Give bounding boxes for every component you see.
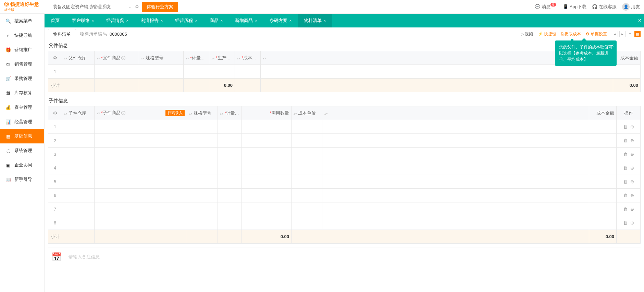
cell-product[interactable]: [95, 202, 187, 216]
cell-warehouse[interactable]: [62, 134, 95, 148]
sidebar-item-2[interactable]: 🎁营销推广: [0, 43, 44, 57]
child-col-needqty[interactable]: *需用数量: [242, 106, 292, 120]
video-button[interactable]: ▷视频: [521, 31, 533, 37]
cell-product[interactable]: [95, 216, 187, 230]
cell-spec[interactable]: [187, 216, 218, 230]
tab-3[interactable]: 利润报告×: [135, 14, 169, 27]
cell-costunit[interactable]: [292, 189, 322, 202]
cell-unit[interactable]: [218, 120, 242, 134]
cell-warehouse[interactable]: [62, 189, 95, 202]
cell-product[interactable]: [95, 65, 139, 79]
tab-8[interactable]: 物料清单×: [298, 14, 332, 27]
tab-close-icon[interactable]: ×: [289, 19, 292, 23]
tab-1[interactable]: 客户联络×: [66, 14, 100, 27]
cell-costunit[interactable]: [292, 202, 322, 216]
scan-input-button[interactable]: 扫码录入: [165, 110, 185, 116]
trial-button[interactable]: 体验行业方案: [142, 2, 178, 12]
cell-costunit[interactable]: [292, 120, 322, 134]
child-col-spec[interactable]: ▴▾规格型号: [187, 106, 218, 120]
tab-close-icon[interactable]: ×: [195, 19, 197, 23]
sidebar-item-0[interactable]: 🔍搜索菜单: [0, 14, 44, 28]
cell-costunit[interactable]: [292, 175, 322, 189]
cell-costunit[interactable]: [292, 216, 322, 230]
cell-unit[interactable]: [218, 202, 242, 216]
child-col-costunit[interactable]: ▴▾成本单价: [292, 106, 322, 120]
sidebar-item-4[interactable]: 🛒采购管理: [0, 71, 44, 86]
delete-icon[interactable]: 🗑: [623, 193, 628, 198]
parent-col-unit[interactable]: ▴▾*计量...: [184, 51, 209, 65]
cell-spec[interactable]: [187, 134, 218, 148]
cell-unit[interactable]: [218, 175, 242, 189]
delete-icon[interactable]: 🗑: [623, 165, 628, 171]
cell-warehouse[interactable]: [62, 148, 95, 161]
tab-close-icon[interactable]: ×: [255, 19, 257, 23]
tab-close-icon[interactable]: ×: [161, 19, 163, 23]
support-button[interactable]: 🎧 在线客服: [592, 4, 617, 10]
cell-costunit[interactable]: [292, 134, 322, 148]
cell-unit[interactable]: [218, 134, 242, 148]
add-icon[interactable]: ⊕: [630, 138, 634, 143]
prev-button[interactable]: ◂: [612, 31, 618, 37]
info-icon[interactable]: ?: [121, 111, 125, 115]
cell-needqty[interactable]: [242, 161, 292, 175]
cell-product[interactable]: [95, 161, 187, 175]
cell-prodqty[interactable]: [209, 65, 235, 79]
close-all-tabs-icon[interactable]: ×: [638, 17, 641, 24]
cell-costamt[interactable]: [589, 120, 617, 134]
tab-2[interactable]: 经营情况×: [100, 14, 134, 27]
add-icon[interactable]: ⊕: [630, 207, 634, 212]
parent-col-settings[interactable]: ⚙: [48, 51, 62, 65]
cell-warehouse[interactable]: [62, 161, 95, 175]
parent-col-spec[interactable]: ▴▾规格型号: [139, 51, 184, 65]
user-menu[interactable]: 👤 用友: [622, 3, 640, 11]
info-icon[interactable]: ?: [121, 56, 125, 60]
cell-costamt[interactable]: [589, 161, 617, 175]
cell-costunit[interactable]: [292, 148, 322, 161]
cell-costamt[interactable]: [589, 175, 617, 189]
child-col-unit[interactable]: ▴▾*计量...: [218, 106, 242, 120]
add-icon[interactable]: ⊕: [630, 165, 634, 171]
cell-needqty[interactable]: [242, 202, 292, 216]
remark-input[interactable]: 请输入备注信息: [69, 254, 100, 260]
child-row[interactable]: 3 🗑⊕: [48, 148, 641, 161]
child-col-costamt[interactable]: 成本金额: [589, 106, 617, 120]
cell-costunit[interactable]: [292, 161, 322, 175]
add-icon[interactable]: ⊕: [630, 179, 634, 184]
sidebar-item-5[interactable]: 🏛库存核算: [0, 86, 44, 100]
cell-spec[interactable]: [187, 161, 218, 175]
sidebar-item-9[interactable]: ◌系统管理: [0, 143, 44, 158]
delete-icon[interactable]: 🗑: [623, 207, 628, 212]
sidebar-item-10[interactable]: ▣企业协同: [0, 158, 44, 172]
cell-costunit[interactable]: [235, 65, 261, 79]
child-row[interactable]: 8 🗑⊕: [48, 216, 641, 230]
cell-costamt[interactable]: [613, 65, 641, 79]
cell-spec[interactable]: [187, 189, 218, 202]
extract-cost-button[interactable]: ⎘提取成本: [561, 31, 581, 37]
sidebar-item-6[interactable]: 💰资金管理: [0, 100, 44, 115]
sidebar-item-11[interactable]: 📖新手引导: [0, 172, 44, 187]
sidebar-item-8[interactable]: ▦基础信息: [0, 129, 44, 143]
child-row[interactable]: 7 🗑⊕: [48, 202, 641, 216]
child-col-settings[interactable]: ⚙: [48, 106, 62, 120]
add-icon[interactable]: ⊕: [630, 220, 634, 225]
tab-close-icon[interactable]: ×: [92, 19, 94, 23]
tab-0[interactable]: 首页: [45, 14, 66, 27]
tab-4[interactable]: 经营历程×: [169, 14, 203, 27]
messages-button[interactable]: 💬 消息 6: [535, 4, 557, 10]
cell-product[interactable]: [95, 120, 187, 134]
cell-warehouse[interactable]: [62, 120, 95, 134]
cell-warehouse[interactable]: [62, 202, 95, 216]
cell-product[interactable]: [95, 189, 187, 202]
cell-needqty[interactable]: [242, 148, 292, 161]
child-row[interactable]: 1 🗑⊕: [48, 120, 641, 134]
next-button[interactable]: ▸: [619, 31, 626, 37]
sidebar-item-7[interactable]: 📊经营管理: [0, 115, 44, 129]
cell-costamt[interactable]: [589, 189, 617, 202]
cell-spec[interactable]: [187, 202, 218, 216]
cell-product[interactable]: [95, 148, 187, 161]
system-selector[interactable]: 装备及固定资产辅助管理系统 ⌄: [53, 4, 132, 10]
tab-close-icon[interactable]: ×: [324, 19, 326, 23]
cell-needqty[interactable]: [242, 216, 292, 230]
add-icon[interactable]: ⊕: [630, 193, 634, 198]
cell-warehouse[interactable]: [62, 65, 95, 79]
